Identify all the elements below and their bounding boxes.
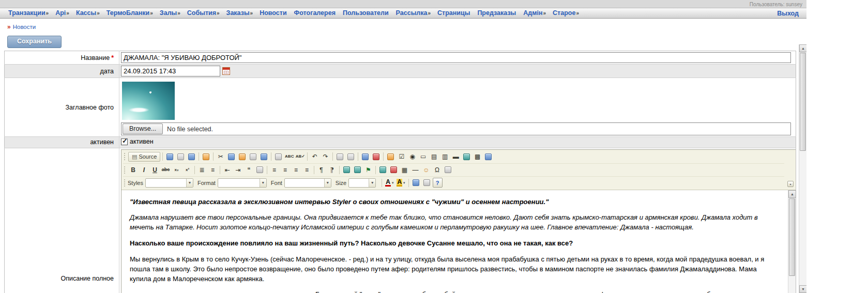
redo-icon[interactable]: ↷	[321, 152, 330, 162]
maximize-icon[interactable]	[411, 178, 421, 188]
create-div-icon[interactable]	[255, 165, 265, 175]
nav-item-novosti[interactable]: Новости	[260, 9, 287, 17]
underline-icon[interactable]: U	[150, 165, 160, 175]
photo-file-input[interactable]: Browse... No file selected.	[121, 122, 791, 135]
select-all-icon[interactable]	[360, 152, 370, 162]
about-button[interactable]: ?	[433, 178, 443, 188]
title-input[interactable]	[121, 52, 791, 63]
image-button-icon[interactable]	[462, 152, 471, 162]
superscript-icon[interactable]: x²	[182, 165, 192, 175]
chevron-down-icon[interactable]: ▾	[324, 179, 331, 187]
source-button[interactable]: ▤Source	[128, 152, 160, 162]
anchor-icon[interactable]: ⚑	[363, 165, 373, 175]
date-input[interactable]	[121, 66, 220, 76]
strikethrough-icon[interactable]: abc	[161, 165, 171, 175]
bulleted-list-icon[interactable]: ≡	[208, 165, 218, 175]
preview-icon[interactable]	[187, 152, 196, 162]
cut-icon[interactable]: ✂	[216, 152, 225, 162]
nav-item-predzakazy[interactable]: Предзаказы	[477, 9, 516, 17]
justify-left-icon[interactable]: ≡	[269, 165, 279, 175]
text-direction-ltr-icon[interactable]: ¶	[316, 165, 326, 175]
replace-icon[interactable]	[346, 152, 356, 162]
browse-button[interactable]: Browse...	[123, 124, 163, 134]
nav-item-termoblanki[interactable]: ТермоБланки	[106, 9, 153, 17]
page-scroll-up-button[interactable]: ▲	[799, 44, 806, 52]
nav-item-polzovateli[interactable]: Пользователи	[343, 9, 389, 17]
editor-scrollbar-thumb[interactable]	[789, 198, 795, 276]
font-combo[interactable]: Font ▾	[271, 178, 331, 188]
nav-item-staroe[interactable]: Старое	[553, 9, 579, 17]
editor-scroll-up-button[interactable]: ▲	[788, 190, 796, 198]
breadcrumb-news-link[interactable]: Новости	[13, 24, 36, 30]
special-char-icon[interactable]: Ω	[432, 165, 442, 175]
justify-block-icon[interactable]: ≡	[302, 165, 312, 175]
bold-icon[interactable]: B	[128, 165, 138, 175]
italic-icon[interactable]: I	[139, 165, 149, 175]
remove-format-icon[interactable]	[371, 152, 381, 162]
justify-right-icon[interactable]: ≡	[291, 165, 301, 175]
calendar-icon[interactable]	[222, 67, 230, 75]
spellcheck-icon[interactable]: ABC	[284, 152, 294, 162]
undo-icon[interactable]: ↶	[310, 152, 319, 162]
numbered-list-icon[interactable]: ≣	[197, 165, 207, 175]
text-color-button[interactable]: A▾	[384, 178, 394, 188]
editor-content-area[interactable]: "Известная певица рассказала в эксклюзив…	[121, 190, 796, 293]
save-icon[interactable]	[165, 152, 175, 162]
nav-item-zaly[interactable]: Залы	[160, 9, 180, 17]
unlink-icon[interactable]	[353, 165, 362, 175]
page-scrollbar-thumb[interactable]	[800, 53, 806, 151]
table-icon[interactable]: ▦	[400, 165, 409, 175]
paste-icon[interactable]	[237, 152, 247, 162]
text-field-icon[interactable]: ▭	[418, 152, 428, 162]
format-combo[interactable]: Format ▾	[197, 178, 267, 188]
paste-from-word-icon[interactable]	[259, 152, 269, 162]
save-button[interactable]: Сохранить	[7, 36, 62, 48]
spellcheck-as-you-type-icon[interactable]: AB✓	[295, 152, 305, 162]
checkbox-icon[interactable]: ☑	[397, 152, 406, 162]
nav-item-stranitsy[interactable]: Страницы	[437, 9, 470, 17]
hidden-field-icon[interactable]: ▩	[473, 152, 482, 162]
nav-item-rassylka[interactable]: Рассылка	[396, 9, 431, 17]
blockquote-icon[interactable]: “	[244, 165, 254, 175]
size-combo[interactable]: Size ▾	[336, 178, 376, 188]
nav-item-admin[interactable]: Адмін	[523, 9, 546, 17]
chevron-down-icon[interactable]: ▾	[260, 179, 266, 187]
form-icon[interactable]	[386, 152, 395, 162]
nav-item-transactions[interactable]: Транзакции	[8, 9, 49, 17]
find-icon[interactable]	[335, 152, 345, 162]
background-color-button[interactable]: A▾	[395, 178, 406, 188]
button-field-icon[interactable]: ▬	[451, 152, 461, 162]
nav-item-fotogalereya[interactable]: Фотогалерея	[294, 9, 336, 17]
radio-button-icon[interactable]: ◉	[407, 152, 417, 162]
chevron-down-icon[interactable]: ▾	[369, 179, 375, 187]
smiley-icon[interactable]: ☺	[421, 165, 431, 175]
chevron-down-icon[interactable]: ▾	[186, 179, 193, 187]
indent-icon[interactable]: ⇥	[233, 165, 243, 175]
page-scroll-down-button[interactable]: ▼	[799, 285, 806, 293]
editor-scrollbar[interactable]: ▲ ▼	[788, 190, 796, 293]
active-checkbox-wrap[interactable]: ✓ активен	[121, 138, 154, 145]
textarea-icon[interactable]: ▤	[429, 152, 439, 162]
styles-combo[interactable]: Styles ▾	[128, 178, 193, 188]
print-icon[interactable]	[273, 152, 283, 162]
toolbar-collapse-button[interactable]: ▴	[787, 181, 794, 187]
templates-icon[interactable]	[201, 152, 211, 162]
nav-item-kassy[interactable]: Кассы	[76, 9, 100, 17]
active-checkbox[interactable]: ✓	[121, 138, 128, 145]
page-scrollbar[interactable]: ▲ ▼	[799, 44, 806, 293]
iframe-icon[interactable]	[483, 152, 493, 162]
select-field-icon[interactable]: ▥	[440, 152, 450, 162]
outdent-icon[interactable]: ⇤	[222, 165, 232, 175]
image-icon[interactable]	[378, 165, 388, 175]
nav-item-api[interactable]: Api	[55, 9, 69, 17]
new-page-icon[interactable]	[176, 152, 186, 162]
horizontal-rule-icon[interactable]: —	[410, 165, 420, 175]
show-blocks-icon[interactable]	[422, 178, 432, 188]
text-direction-rtl-icon[interactable]: ¶	[327, 165, 337, 175]
subscript-icon[interactable]: x₂	[172, 165, 181, 175]
page-break-icon[interactable]	[443, 165, 453, 175]
paste-text-icon[interactable]	[248, 152, 258, 162]
justify-center-icon[interactable]: ≡	[280, 165, 290, 175]
nav-item-sobytiya[interactable]: События	[187, 9, 220, 17]
link-icon[interactable]	[342, 165, 352, 175]
